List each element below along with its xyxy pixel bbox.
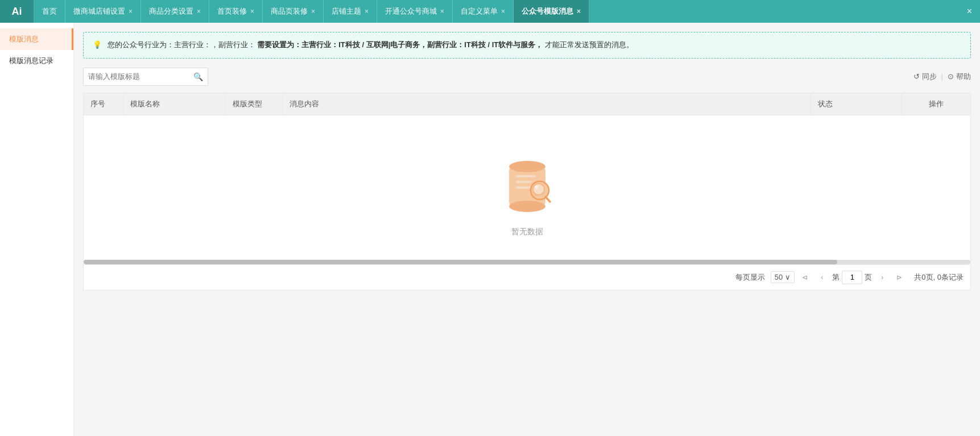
sync-button[interactable]: ↺ 同步: [913, 72, 937, 82]
tab-home-decor-close[interactable]: ×: [250, 7, 254, 15]
sync-icon: ↺: [913, 72, 920, 81]
tab-micro-store[interactable]: 微商城店铺设置 ×: [65, 0, 141, 23]
page-label-after: 页: [865, 272, 872, 283]
col-header-action: 操作: [902, 93, 970, 115]
tab-custom-menu[interactable]: 自定义菜单 ×: [453, 0, 514, 23]
svg-line-9: [545, 197, 550, 202]
tab-bar: Ai 首页 微商城店铺设置 × 商品分类设置 × 首页装修 × 商品页装修 × …: [0, 0, 980, 23]
content-area: 💡 您的公众号行业为：主营行业：，副营行业： 需要设置为：主营行业：IT科技 /…: [74, 23, 980, 436]
tab-home[interactable]: 首页: [34, 0, 65, 23]
help-icon: ⊙: [948, 72, 954, 81]
tab-product-category-close[interactable]: ×: [197, 7, 201, 15]
notice-text-suffix: 才能正常发送预置的消息。: [545, 40, 634, 49]
page-size-label: 每页显示: [735, 272, 765, 283]
tab-product-decor-label: 商品页装修: [271, 6, 308, 16]
table-header: 序号 模版名称 模版类型 消息内容 状态 操作: [84, 93, 970, 115]
svg-point-8: [533, 184, 544, 195]
tab-store-theme-label: 店铺主题: [332, 6, 361, 16]
tab-product-category-label: 商品分类设置: [149, 6, 193, 16]
col-header-name: 模版名称: [123, 93, 226, 115]
svg-rect-5: [516, 181, 532, 183]
col-header-type: 模版类型: [226, 93, 283, 115]
notice-box: 💡 您的公众号行业为：主营行业：，副营行业： 需要设置为：主营行业：IT科技 /…: [83, 32, 971, 59]
svg-rect-4: [516, 175, 536, 177]
scrollbar-thumb: [84, 260, 837, 264]
global-close-button[interactable]: ×: [959, 6, 980, 16]
page-prev-button[interactable]: ‹: [815, 271, 829, 284]
search-bar: 🔍 ↺ 同步 | ⊙ 帮助: [83, 68, 971, 86]
tab-open-store[interactable]: 开通公众号商城 ×: [377, 0, 453, 23]
tab-product-decor-close[interactable]: ×: [311, 7, 315, 15]
svg-point-3: [509, 201, 545, 212]
search-input[interactable]: [88, 72, 193, 81]
pagination-total: 共0页, 0条记录: [914, 272, 964, 283]
empty-state: 暂无数据: [84, 115, 970, 260]
sidebar: 模版消息 模版消息记录: [0, 23, 74, 436]
empty-text: 暂无数据: [511, 227, 543, 237]
page-last-button[interactable]: ⊳: [892, 271, 906, 284]
tab-store-theme-close[interactable]: ×: [365, 7, 369, 15]
col-header-content: 消息内容: [283, 93, 811, 115]
tab-home-decor[interactable]: 首页装修 ×: [209, 0, 263, 23]
tab-custom-menu-label: 自定义菜单: [461, 6, 498, 16]
page-input-wrap: 第 页: [832, 271, 872, 284]
table: 序号 模版名称 模版类型 消息内容 状态 操作: [83, 93, 971, 290]
page-input[interactable]: [842, 271, 862, 284]
tab-template-msg[interactable]: 公众号模版消息 ×: [514, 0, 589, 23]
page-size-chevron: ∨: [785, 273, 791, 281]
tab-store-theme[interactable]: 店铺主题 ×: [324, 0, 377, 23]
tab-home-decor-label: 首页装修: [217, 6, 247, 16]
svg-point-2: [509, 161, 545, 172]
tab-open-store-close[interactable]: ×: [440, 7, 444, 15]
tab-template-msg-label: 公众号模版消息: [522, 6, 573, 16]
search-icon[interactable]: 🔍: [193, 72, 203, 81]
col-header-seq: 序号: [84, 93, 123, 115]
svg-point-10: [535, 185, 538, 189]
app-logo: Ai: [0, 0, 34, 23]
help-button[interactable]: ⊙ 帮助: [948, 72, 971, 82]
help-label: 帮助: [956, 72, 971, 82]
search-input-wrap: 🔍: [83, 68, 208, 86]
page-size-select[interactable]: 50 ∨: [771, 271, 795, 283]
sync-label: 同步: [922, 72, 937, 82]
horizontal-scrollbar[interactable]: [84, 260, 970, 264]
page-size-value: 50: [775, 273, 783, 281]
notice-icon: 💡: [93, 40, 102, 49]
page-next-button[interactable]: ›: [875, 271, 889, 284]
tab-open-store-label: 开通公众号商城: [385, 6, 437, 16]
pagination: 每页显示 50 ∨ ⊲ ‹ 第 页 › ⊳ 共0页, 0条记录: [84, 264, 970, 290]
tab-product-category[interactable]: 商品分类设置 ×: [141, 0, 209, 23]
toolbar-divider: |: [941, 72, 943, 81]
page-first-button[interactable]: ⊲: [798, 271, 812, 284]
tab-home-label: 首页: [42, 6, 57, 16]
empty-state-icon: [493, 150, 561, 218]
tab-micro-store-close[interactable]: ×: [129, 7, 133, 15]
tab-product-decor[interactable]: 商品页装修 ×: [263, 0, 324, 23]
col-header-status: 状态: [811, 93, 902, 115]
toolbar-right: ↺ 同步 | ⊙ 帮助: [913, 72, 971, 82]
sidebar-item-template-msg-log[interactable]: 模版消息记录: [0, 50, 73, 72]
sidebar-item-template-msg[interactable]: 模版消息: [0, 28, 73, 50]
main-layout: 模版消息 模版消息记录 💡 您的公众号行业为：主营行业：，副营行业： 需要设置为…: [0, 23, 980, 436]
tab-micro-store-label: 微商城店铺设置: [73, 6, 125, 16]
tab-template-msg-close[interactable]: ×: [577, 7, 581, 15]
notice-text-highlight: 需要设置为：主营行业：IT科技 / 互联网|电子商务，副营行业：IT科技 / I…: [257, 40, 543, 49]
notice-text-prefix: 您的公众号行业为：主营行业：，副营行业：: [107, 40, 255, 49]
page-label-before: 第: [832, 272, 840, 283]
tab-custom-menu-close[interactable]: ×: [501, 7, 505, 15]
